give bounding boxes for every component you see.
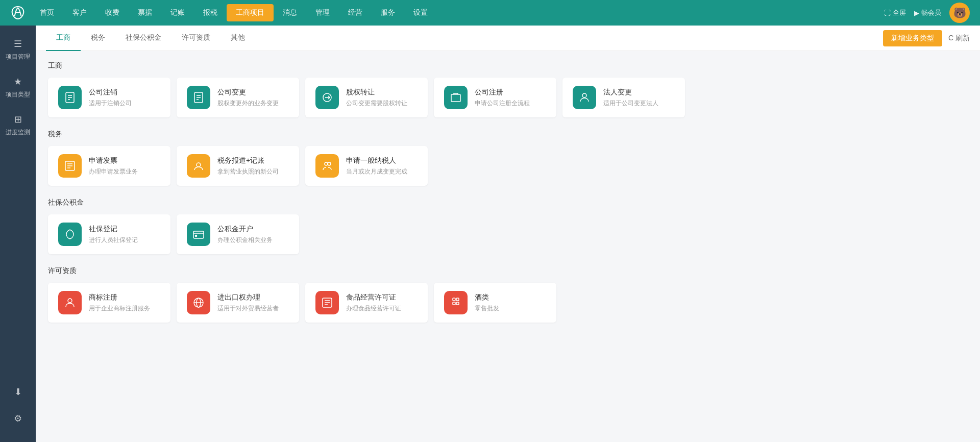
card-icon bbox=[58, 154, 82, 178]
card-title: 酒类 bbox=[475, 293, 499, 302]
svg-point-20 bbox=[68, 299, 72, 303]
card-desc: 股权变更外的业务变更 bbox=[217, 99, 279, 108]
card-info: 公司变更股权变更外的业务变更 bbox=[217, 88, 279, 108]
nav-item-设置[interactable]: 设置 bbox=[404, 0, 437, 26]
top-navigation: 首页客户收费票据记账报税工商项目消息管理经营服务设置 ⛶ 全屏 ▶ 畅会员 🐻 bbox=[0, 0, 980, 26]
card-社保登记[interactable]: 社保登记进行人员社保登记 bbox=[48, 214, 170, 254]
sidebar-item-download[interactable]: ⬇ bbox=[0, 379, 36, 405]
sidebar-item-settings[interactable]: ⚙ bbox=[0, 405, 36, 432]
app-logo bbox=[5, 5, 31, 21]
card-title: 进出口权办理 bbox=[217, 293, 279, 302]
card-title: 食品经营许可证 bbox=[346, 293, 401, 302]
add-type-button[interactable]: 新增业务类型 bbox=[883, 30, 942, 46]
sidebar-item-project-type[interactable]: ★ 项目类型 bbox=[0, 68, 36, 106]
card-desc: 适用于公司变更法人 bbox=[603, 99, 658, 108]
section-许可资质: 许可资质商标注册用于企业商标注册服务进出口权办理适用于对外贸易经营者食品经营许可… bbox=[48, 266, 968, 323]
mascot-avatar[interactable]: 🐻 bbox=[949, 3, 970, 23]
card-title: 股权转让 bbox=[346, 88, 407, 97]
card-desc: 进行人员社保登记 bbox=[89, 236, 138, 244]
tab-许可资质[interactable]: 许可资质 bbox=[172, 26, 220, 51]
svg-point-16 bbox=[325, 162, 328, 165]
nav-item-客户[interactable]: 客户 bbox=[63, 0, 96, 26]
left-sidebar: ☰ 项目管理 ★ 项目类型 ⊞ 进度监测 ⬇ ⚙ bbox=[0, 26, 36, 442]
card-info: 申请发票办理申请发票业务 bbox=[89, 156, 138, 176]
card-公司注销[interactable]: 公司注销适用于注销公司 bbox=[48, 78, 170, 117]
section-title: 社保公积金 bbox=[48, 198, 968, 207]
card-info: 进出口权办理适用于对外贸易经营者 bbox=[217, 293, 279, 313]
card-desc: 零售批发 bbox=[475, 304, 499, 313]
download-icon: ⬇ bbox=[12, 386, 24, 398]
nav-item-票据[interactable]: 票据 bbox=[129, 0, 161, 26]
nav-menu: 首页客户收费票据记账报税工商项目消息管理经营服务设置 bbox=[31, 0, 884, 26]
settings-icon: ⚙ bbox=[12, 412, 24, 425]
card-申请发票[interactable]: 申请发票办理申请发票业务 bbox=[48, 146, 170, 186]
card-desc: 当月或次月成变更完成 bbox=[346, 167, 407, 176]
card-title: 公司注册 bbox=[475, 88, 530, 97]
top-right-actions: ⛶ 全屏 ▶ 畅会员 🐻 bbox=[884, 3, 970, 23]
nav-item-服务[interactable]: 服务 bbox=[372, 0, 404, 26]
nav-item-收费[interactable]: 收费 bbox=[96, 0, 129, 26]
card-法人变更[interactable]: 法人变更适用于公司变更法人 bbox=[562, 78, 685, 117]
card-desc: 办理食品经营许可证 bbox=[346, 304, 401, 313]
card-icon bbox=[58, 86, 82, 109]
refresh-button[interactable]: C 刷新 bbox=[948, 34, 970, 43]
card-desc: 公司变更需要股权转让 bbox=[346, 99, 407, 108]
tab-社保公积金[interactable]: 社保公积金 bbox=[115, 26, 172, 51]
tab-bar-actions: 新增业务类型 C 刷新 bbox=[883, 30, 970, 46]
card-info: 公积金开户办理公积金相关业务 bbox=[217, 225, 273, 244]
tab-工商[interactable]: 工商 bbox=[46, 26, 81, 51]
card-股权转让[interactable]: 股权转让公司变更需要股权转让 bbox=[305, 78, 428, 117]
section-工商: 工商公司注销适用于注销公司公司变更股权变更外的业务变更股权转让公司变更需要股权转… bbox=[48, 61, 968, 117]
card-info: 税务报道+记账拿到营业执照的新公司 bbox=[217, 156, 279, 176]
card-公司注册[interactable]: 公司注册申请公司注册全流程 bbox=[434, 78, 556, 117]
card-icon bbox=[444, 291, 468, 314]
card-税务报道+记账[interactable]: 税务报道+记账拿到营业执照的新公司 bbox=[177, 146, 299, 186]
card-食品经营许可证[interactable]: 食品经营许可证办理食品经营许可证 bbox=[305, 283, 428, 323]
card-title: 法人变更 bbox=[603, 88, 658, 97]
card-title: 社保登记 bbox=[89, 225, 138, 234]
nav-item-经营[interactable]: 经营 bbox=[339, 0, 372, 26]
card-酒类[interactable]: 酒类零售批发 bbox=[434, 283, 556, 323]
card-title: 商标注册 bbox=[89, 293, 150, 302]
section-title: 税务 bbox=[48, 130, 968, 139]
section-社保公积金: 社保公积金社保登记进行人员社保登记公积金开户办理公积金相关业务 bbox=[48, 198, 968, 254]
card-desc: 拿到营业执照的新公司 bbox=[217, 167, 279, 176]
card-icon bbox=[315, 291, 339, 314]
tab-税务[interactable]: 税务 bbox=[81, 26, 115, 51]
nav-item-首页[interactable]: 首页 bbox=[31, 0, 63, 26]
fullscreen-button[interactable]: ⛶ 全屏 bbox=[884, 8, 906, 17]
card-商标注册[interactable]: 商标注册用于企业商标注册服务 bbox=[48, 283, 170, 323]
nav-item-管理[interactable]: 管理 bbox=[306, 0, 339, 26]
card-title: 公积金开户 bbox=[217, 225, 273, 234]
fullscreen-icon: ⛶ bbox=[884, 9, 891, 17]
cards-grid: 公司注销适用于注销公司公司变更股权变更外的业务变更股权转让公司变更需要股权转让公… bbox=[48, 78, 968, 117]
card-icon bbox=[315, 86, 339, 109]
tab-其他[interactable]: 其他 bbox=[220, 26, 255, 51]
card-desc: 办理公积金相关业务 bbox=[217, 236, 273, 244]
scrollable-content: 工商公司注销适用于注销公司公司变更股权变更外的业务变更股权转让公司变更需要股权转… bbox=[36, 51, 980, 442]
card-title: 公司注销 bbox=[89, 88, 132, 97]
cards-grid: 社保登记进行人员社保登记公积金开户办理公积金相关业务 bbox=[48, 214, 968, 254]
card-公积金开户[interactable]: 公积金开户办理公积金相关业务 bbox=[177, 214, 299, 254]
svg-rect-30 bbox=[453, 302, 455, 305]
svg-point-15 bbox=[197, 163, 201, 167]
sidebar-item-progress-monitor[interactable]: ⊞ 进度监测 bbox=[0, 106, 36, 144]
card-info: 商标注册用于企业商标注册服务 bbox=[89, 293, 150, 313]
vip-button[interactable]: ▶ 畅会员 bbox=[914, 8, 941, 17]
nav-item-消息[interactable]: 消息 bbox=[274, 0, 306, 26]
card-desc: 申请公司注册全流程 bbox=[475, 99, 530, 108]
svg-rect-18 bbox=[193, 231, 204, 238]
card-公司变更[interactable]: 公司变更股权变更外的业务变更 bbox=[177, 78, 299, 117]
card-进出口权办理[interactable]: 进出口权办理适用于对外贸易经营者 bbox=[177, 283, 299, 323]
main-layout: ☰ 项目管理 ★ 项目类型 ⊞ 进度监测 ⬇ ⚙ 工商税务社保公积金许可资质其他… bbox=[0, 26, 980, 442]
card-申请一般纳税人[interactable]: 申请一般纳税人当月或次月成变更完成 bbox=[305, 146, 428, 186]
card-desc: 办理申请发票业务 bbox=[89, 167, 138, 176]
card-icon bbox=[187, 86, 210, 109]
nav-item-报税[interactable]: 报税 bbox=[194, 0, 227, 26]
card-icon bbox=[573, 86, 596, 109]
sidebar-item-project-management[interactable]: ☰ 项目管理 bbox=[0, 31, 36, 68]
sidebar-bottom: ⬇ ⚙ bbox=[0, 379, 36, 442]
svg-point-17 bbox=[328, 162, 331, 165]
nav-item-记账[interactable]: 记账 bbox=[161, 0, 194, 26]
nav-item-工商项目[interactable]: 工商项目 bbox=[227, 4, 274, 21]
